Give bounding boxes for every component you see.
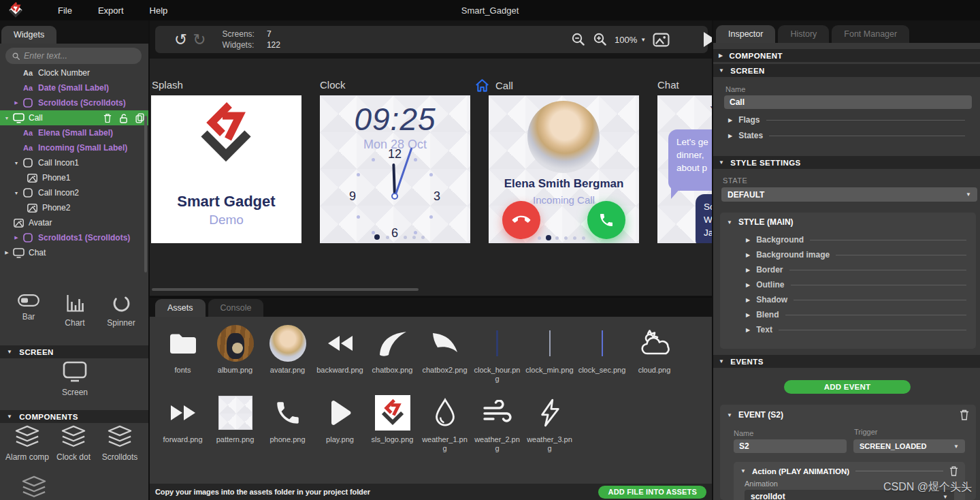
tree-item[interactable]: ▶ Scrolldots (Scrolldots) bbox=[0, 95, 150, 110]
style-item-outline[interactable]: ▶Outline bbox=[720, 277, 976, 292]
tree-item[interactable]: Aa Date (Small Label) bbox=[0, 80, 150, 95]
components-section-header[interactable]: ▼ COMPONENTS bbox=[0, 410, 150, 423]
screen-name-input[interactable] bbox=[724, 95, 972, 109]
tab-assets[interactable]: Assets bbox=[155, 299, 206, 317]
redo-icon[interactable]: ↻ bbox=[193, 32, 206, 48]
screen-title-chat[interactable]: Chat bbox=[657, 79, 679, 91]
component-section-header[interactable]: ▶ COMPONENT bbox=[713, 49, 980, 62]
style-settings-header[interactable]: ▼ STYLE SETTINGS bbox=[713, 156, 980, 169]
asset-weather-1[interactable]: weather_1.png bbox=[419, 393, 471, 453]
tree-item[interactable]: Avatar bbox=[0, 215, 150, 230]
zoom-level-dropdown[interactable]: 100% ▼ bbox=[615, 35, 646, 45]
asset-cloud[interactable]: cloud.png bbox=[628, 324, 681, 384]
asset-chatbox[interactable]: chatbox.png bbox=[366, 324, 419, 384]
widget-screen[interactable]: Screen bbox=[0, 361, 150, 397]
asset-avatar[interactable]: avatar.png bbox=[261, 324, 314, 384]
asset-backward[interactable]: backward.png bbox=[314, 324, 366, 384]
chevron-down-icon[interactable]: ▼ bbox=[2, 116, 12, 121]
tab-inspector[interactable]: Inspector bbox=[716, 25, 775, 43]
screen-section-header[interactable]: ▼ SCREEN bbox=[713, 64, 980, 77]
style-item-background-image[interactable]: ▶Background image bbox=[720, 247, 976, 262]
hierarchy-search[interactable] bbox=[5, 48, 142, 64]
menu-file[interactable]: File bbox=[45, 1, 85, 20]
asset-chatbox2[interactable]: chatbox2.png bbox=[419, 324, 471, 384]
delete-action-icon[interactable] bbox=[949, 466, 958, 476]
zoom-out-icon[interactable] bbox=[571, 32, 586, 47]
asset-clock-hour[interactable]: clock_hour.png bbox=[471, 324, 523, 384]
chevron-down-icon[interactable]: ▼ bbox=[12, 191, 21, 196]
widget-bar[interactable]: Bar bbox=[7, 294, 50, 328]
tab-widgets[interactable]: Widgets bbox=[1, 26, 56, 44]
events-section-header[interactable]: ▼ EVENTS bbox=[713, 355, 980, 368]
screen-chat[interactable]: Yesterday Let's ge dinner, about p Sc W … bbox=[657, 95, 712, 243]
canvas-hscrollbar[interactable] bbox=[152, 288, 419, 291]
screen-title-splash[interactable]: Splash bbox=[152, 79, 183, 91]
chevron-right-icon[interactable]: ▶ bbox=[2, 250, 12, 255]
asset-pattern[interactable]: pattern.png bbox=[209, 393, 261, 453]
component-clock-dot[interactable]: Clock dot bbox=[50, 425, 97, 462]
chevron-down-icon[interactable]: ▼ bbox=[12, 161, 21, 166]
component-partial[interactable] bbox=[11, 475, 57, 500]
style-item-blend[interactable]: ▶Blend bbox=[720, 307, 976, 322]
screen-clock[interactable]: 09:25 Mon 28 Oct 12 3 6 9 bbox=[320, 95, 470, 243]
accept-call-button[interactable] bbox=[587, 201, 625, 239]
states-collapsible[interactable]: ▶ States bbox=[728, 131, 972, 140]
tab-font-manager[interactable]: Font Manager bbox=[832, 25, 909, 43]
tab-console[interactable]: Console bbox=[208, 299, 264, 317]
tree-item[interactable]: Phone1 bbox=[0, 170, 150, 185]
delete-icon[interactable] bbox=[103, 113, 112, 123]
tree-item[interactable]: ▼ Call Incon1 bbox=[0, 155, 150, 170]
tree-item[interactable]: ▶ Chat bbox=[0, 245, 150, 260]
asset-weather-3[interactable]: weather_3.png bbox=[523, 393, 576, 453]
screen-section-header[interactable]: ▼ SCREEN bbox=[0, 345, 150, 358]
decline-call-button[interactable] bbox=[502, 201, 540, 239]
screenshot-icon[interactable] bbox=[653, 33, 670, 47]
asset-weather-2[interactable]: weather_2.png bbox=[471, 393, 523, 453]
menu-export[interactable]: Export bbox=[85, 1, 137, 20]
asset-sls-logo[interactable]: sls_logo.png bbox=[366, 393, 419, 453]
asset-forward[interactable]: forward.png bbox=[157, 393, 209, 453]
tree-item[interactable]: ▶ Scrolldots1 (Scrolldots) bbox=[0, 230, 150, 245]
screen-title-clock[interactable]: Clock bbox=[320, 79, 346, 91]
asset-fonts[interactable]: fonts bbox=[157, 324, 209, 384]
chevron-right-icon[interactable]: ▶ bbox=[12, 100, 21, 106]
widget-spinner[interactable]: Spinner bbox=[99, 294, 143, 328]
asset-play[interactable]: play.png bbox=[314, 393, 366, 453]
tree-item[interactable]: Phone2 bbox=[0, 200, 150, 215]
tree-item[interactable]: ▼ Call Incon2 bbox=[0, 185, 150, 200]
add-file-into-assets-button[interactable]: ADD FILE INTO ASSETS bbox=[598, 486, 706, 499]
unlock-icon[interactable] bbox=[119, 113, 128, 123]
design-canvas[interactable]: Splash Clock Call Chat Smart Gadget Demo… bbox=[150, 59, 712, 296]
hierarchy-scrollbar[interactable] bbox=[144, 116, 147, 272]
asset-clock-min[interactable]: clock_min.png bbox=[523, 324, 576, 384]
asset-album[interactable]: album.png bbox=[209, 324, 261, 384]
tree-item[interactable]: Aa Clock Number bbox=[0, 65, 150, 80]
delete-event-icon[interactable] bbox=[960, 409, 969, 420]
event-name-input[interactable] bbox=[734, 439, 847, 453]
chevron-right-icon[interactable]: ▶ bbox=[12, 235, 21, 240]
screen-title-call[interactable]: Call bbox=[475, 79, 513, 92]
style-main-header[interactable]: ▼ STYLE (MAIN) bbox=[720, 213, 976, 227]
tree-item[interactable]: Aa Elena (Small Label) bbox=[0, 125, 150, 140]
menu-help[interactable]: Help bbox=[137, 1, 181, 20]
style-item-border[interactable]: ▶Border bbox=[720, 262, 976, 277]
asset-phone[interactable]: phone.png bbox=[261, 393, 314, 453]
zoom-in-icon[interactable] bbox=[593, 32, 608, 47]
style-item-background[interactable]: ▶Background bbox=[720, 232, 976, 247]
flags-collapsible[interactable]: ▶ Flags bbox=[728, 115, 972, 125]
asset-clock-sec[interactable]: clock_sec.png bbox=[576, 324, 628, 384]
tab-history[interactable]: History bbox=[778, 25, 829, 43]
search-input[interactable] bbox=[24, 51, 135, 61]
component-alarm-comp[interactable]: Alarm comp bbox=[4, 425, 50, 462]
add-event-button[interactable]: ADD EVENT bbox=[784, 380, 911, 394]
copy-icon[interactable] bbox=[135, 113, 144, 123]
undo-icon[interactable]: ↺ bbox=[174, 32, 187, 48]
tree-item[interactable]: Aa Incoming (Small Label) bbox=[0, 140, 150, 155]
style-item-text[interactable]: ▶Text bbox=[720, 322, 976, 337]
component-scrolldots[interactable]: Scrolldots bbox=[97, 425, 143, 462]
screen-splash[interactable]: Smart Gadget Demo bbox=[151, 95, 301, 243]
event-trigger-select[interactable]: SCREEN_LOADED ▼ bbox=[853, 439, 965, 453]
tree-item-selected[interactable]: ▼ Call bbox=[0, 110, 150, 125]
event-header[interactable]: ▼ EVENT (S2) bbox=[720, 405, 976, 420]
play-button[interactable] bbox=[704, 32, 712, 47]
